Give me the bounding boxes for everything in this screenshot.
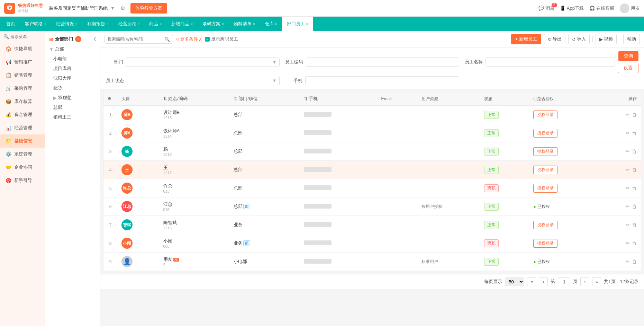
tab-customer[interactable]: 客户联络 × — [20, 17, 51, 31]
sidebar-item-basic-info[interactable]: 📁 基础信息 — [0, 134, 45, 148]
tab-warehouse[interactable]: 仓库 × — [260, 17, 282, 31]
tab-department-staff[interactable]: 部门员工 × — [282, 17, 313, 31]
add-employee-button[interactable]: + 新增员工 — [511, 34, 541, 44]
tab-goods[interactable]: 商品 × — [144, 17, 166, 31]
tab-home[interactable]: 首页 — [1, 17, 20, 31]
sidebar-item-system[interactable]: ⚙️ 系统管理 — [0, 148, 45, 161]
close-icon[interactable]: × — [191, 22, 193, 26]
sidebar-item-enterprise[interactable]: 🤝 企业协同 — [0, 161, 45, 174]
delete-button[interactable]: 🗑 — [632, 204, 637, 209]
sidebar-item-quick-nav[interactable]: 🏠 快捷导航 — [0, 42, 45, 55]
title-dropdown-arrow[interactable]: ▼ — [110, 6, 115, 11]
close-icon[interactable]: × — [253, 22, 255, 26]
user-avatar-item[interactable]: 用友 — [620, 3, 640, 13]
online-service-item[interactable]: 🎧 在线客服 — [589, 5, 614, 11]
message-item[interactable]: 💬 消息 5 — [538, 5, 554, 11]
tree-node-headquarters-root[interactable]: ▼ 总部 — [45, 44, 100, 54]
sidebar-item-guide[interactable]: 🎯 新手引导 — [0, 174, 45, 187]
tree-node-distribution[interactable]: 配货 — [45, 83, 100, 93]
edit-button[interactable]: ✏ — [626, 112, 630, 117]
close-icon[interactable]: × — [160, 22, 162, 26]
tree-node-small-electric[interactable]: 小电部 — [45, 54, 100, 64]
tree-node-general[interactable]: 总部 — [45, 103, 100, 112]
delete-button[interactable]: 🗑 — [632, 259, 637, 264]
dept-filter-select[interactable]: ▼ — [126, 58, 280, 67]
gear-icon[interactable]: ⚙ — [120, 5, 125, 11]
delete-button[interactable]: 🗑 — [632, 185, 637, 191]
edit-button[interactable]: ✏ — [626, 167, 630, 173]
view-button[interactable]: ▶ 视频 — [596, 34, 617, 44]
nav-search-input[interactable] — [10, 34, 38, 39]
close-icon[interactable]: × — [107, 22, 109, 26]
emp-status-filter-select[interactable]: ▼ — [127, 76, 280, 85]
delete-button[interactable]: 🗑 — [632, 240, 637, 246]
tree-node-double-virtual[interactable]: ▶ 双虚想 — [45, 93, 100, 103]
edit-button[interactable]: ✏ — [626, 204, 630, 209]
show-resigned-toggle[interactable]: ✓ 显示离职员工 — [205, 36, 238, 42]
tab-barcode[interactable]: 条码方案 × — [198, 17, 229, 31]
import-button[interactable]: ↺ 导入 — [568, 34, 590, 44]
close-icon[interactable]: × — [275, 22, 277, 26]
query-button[interactable]: 查询 — [618, 51, 638, 61]
delete-button[interactable]: 🗑 — [632, 130, 637, 136]
tree-node-shenyang[interactable]: 沈阳大库 — [45, 73, 100, 83]
sidebar-item-marketing[interactable]: 📢 营销推广 — [0, 55, 45, 69]
delete-button[interactable]: 🗑 — [632, 112, 637, 117]
tree-node-project-storage[interactable]: 项目库房 — [45, 64, 100, 73]
tree-node-plant-trees[interactable]: 植树王三 — [45, 112, 100, 122]
tree-add-button[interactable]: + — [75, 36, 81, 42]
delete-button[interactable]: 🗑 — [632, 167, 637, 173]
sidebar-item-finance[interactable]: 💰 资金管理 — [0, 108, 45, 121]
sidebar-item-business[interactable]: 📊 经营管理 — [0, 121, 45, 134]
close-icon[interactable]: × — [222, 22, 224, 26]
edit-button[interactable]: ✏ — [626, 185, 630, 191]
edit-button[interactable]: ✏ — [626, 130, 630, 136]
page-number-input[interactable] — [558, 277, 570, 286]
sidebar-item-sales[interactable]: 📋 销售管理 — [0, 69, 45, 82]
close-icon[interactable]: × — [75, 22, 78, 26]
tab-add-goods[interactable]: 新增商品 × — [166, 17, 198, 31]
prev-page-button[interactable]: ‹ — [539, 277, 548, 286]
help-button[interactable]: 帮助 — [623, 34, 640, 44]
edit-button[interactable]: ✏ — [626, 149, 630, 154]
edit-button[interactable]: ✏ — [626, 222, 630, 228]
search-input[interactable] — [108, 37, 163, 42]
last-page-button[interactable]: » — [592, 277, 601, 286]
more-filters-button[interactable]: ▽ 更多条件 ∧ — [176, 36, 202, 42]
tab-operation[interactable]: 经营情况 × — [51, 17, 82, 31]
th-phone[interactable]: ⇅ 手机 — [300, 92, 377, 106]
auth-button[interactable]: 授权登录 — [533, 239, 557, 248]
export-button[interactable]: ↻ 导出 — [544, 34, 565, 44]
sidebar-item-inventory[interactable]: 📦 库存核算 — [0, 95, 45, 108]
next-page-button[interactable]: › — [580, 277, 589, 286]
auth-button[interactable]: 授权登录 — [533, 166, 557, 174]
auth-button[interactable]: 授权登录 — [533, 147, 557, 156]
delete-button[interactable]: 🗑 — [632, 149, 637, 154]
delete-button[interactable]: 🗑 — [632, 222, 637, 228]
sidebar-item-purchase[interactable]: 🛒 采购管理 — [0, 82, 45, 95]
trial-button[interactable]: 体验行业方案 — [130, 3, 167, 14]
th-dept-position[interactable]: ⇅ 部门/职位 — [229, 92, 300, 106]
phone-filter-input[interactable] — [305, 76, 459, 85]
close-icon[interactable]: × — [44, 22, 46, 26]
auth-button[interactable]: 授权登录 — [533, 129, 557, 138]
th-settings[interactable]: ⚙ — [103, 92, 117, 106]
emp-name-filter-input[interactable] — [486, 58, 615, 67]
auth-button[interactable]: 授权登录 — [533, 184, 557, 193]
per-page-select[interactable]: 50 100 — [505, 277, 524, 286]
first-page-button[interactable]: « — [527, 277, 536, 286]
close-icon[interactable]: × — [138, 22, 140, 26]
set-button[interactable]: 设置 — [618, 63, 638, 73]
close-icon[interactable]: × — [306, 22, 308, 26]
tab-profit[interactable]: 利润报告 × — [82, 17, 114, 31]
tab-history[interactable]: 经营历程 × — [114, 17, 145, 31]
edit-button[interactable]: ✏ — [626, 240, 630, 246]
auth-button[interactable]: 授权登录 — [533, 221, 557, 229]
tree-collapse-button[interactable]: 《 — [92, 36, 96, 42]
th-name-code[interactable]: ⇅ 姓名/编码 — [159, 92, 229, 106]
app-download-item[interactable]: 📱 App下载 — [560, 5, 584, 11]
auth-button[interactable]: 授权登录 — [533, 111, 557, 119]
tab-bom[interactable]: 物料清单 × — [229, 17, 260, 31]
edit-button[interactable]: ✏ — [626, 259, 630, 264]
search-icon[interactable]: 🔍 — [164, 37, 170, 42]
